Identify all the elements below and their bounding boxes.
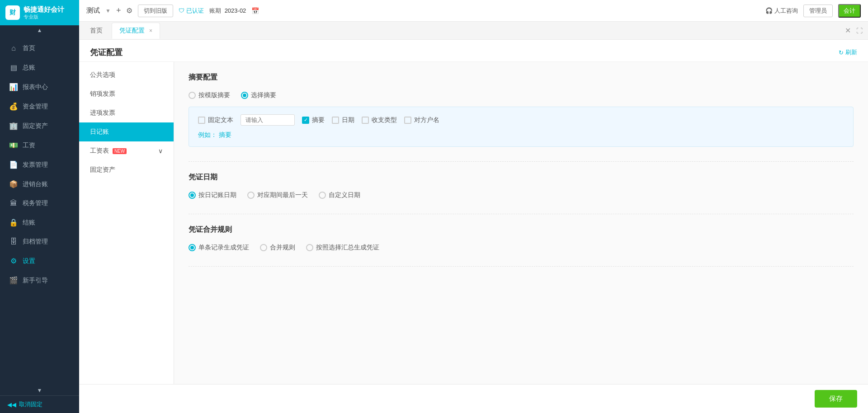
example-value: 摘要 xyxy=(219,131,231,138)
right-content: 摘要配置 按模版摘要 选择摘要 xyxy=(174,62,868,384)
summary-section-title: 摘要配置 xyxy=(189,73,854,82)
sidebar-item-label: 税务管理 xyxy=(23,199,48,207)
sidebar-item-ledger[interactable]: ▤ 总账 xyxy=(0,58,79,77)
radio-select-summary[interactable]: 选择摘要 xyxy=(241,91,276,99)
app-edition: 专业版 xyxy=(24,14,64,20)
sidebar: 财 畅捷通好会计 专业版 ▲ ⌂ 首页 ▤ 总账 📊 报表中心 💰 资金管理 🏢… xyxy=(0,0,79,413)
sidebar-item-label: 新手引导 xyxy=(23,277,48,285)
summary-config-box: 固定文本 摘要 日期 xyxy=(189,107,854,147)
settings-gear-icon[interactable]: ⚙ xyxy=(126,6,132,15)
certified-badge: 🛡 已认证 xyxy=(179,7,204,15)
user-button[interactable]: 管理员 xyxy=(803,5,833,17)
chevron-down-icon: ∨ xyxy=(158,147,163,155)
menu-item-public[interactable]: 公共选项 xyxy=(79,66,174,84)
sidebar-scroll-up[interactable]: ▲ xyxy=(0,25,79,35)
sidebar-item-label: 首页 xyxy=(23,44,35,52)
checkbox-date-box xyxy=(332,117,339,124)
refresh-icon: ↻ xyxy=(839,49,844,56)
support-button[interactable]: 🎧 人工咨询 xyxy=(765,7,798,15)
menu-item-label: 工资表 xyxy=(90,147,109,154)
calendar-icon[interactable]: 📅 xyxy=(251,7,259,14)
ledger-icon: ▤ xyxy=(9,63,18,72)
summary-section: 摘要配置 按模版摘要 选择摘要 xyxy=(189,73,854,147)
radio-aggregate[interactable]: 按照选择汇总生成凭证 xyxy=(306,244,379,252)
sidebar-item-trade[interactable]: 📦 进销台账 xyxy=(0,174,79,194)
refresh-label: 刷新 xyxy=(845,48,857,56)
sidebar-item-label: 总账 xyxy=(23,64,35,72)
save-button[interactable]: 保存 xyxy=(815,390,857,408)
radio-custom-date-circle xyxy=(319,192,326,199)
company-dropdown-icon[interactable]: ▼ xyxy=(105,8,111,14)
sidebar-item-settings[interactable]: ⚙ 设置 xyxy=(0,251,79,271)
refresh-button[interactable]: ↻ 刷新 xyxy=(839,48,857,56)
summary-radio-group: 按模版摘要 选择摘要 xyxy=(189,91,854,99)
support-label: 人工咨询 xyxy=(774,7,798,15)
sidebar-item-tax[interactable]: 🏛 税务管理 xyxy=(0,194,79,213)
checkbox-counterpart[interactable]: 对方户名 xyxy=(404,116,439,124)
radio-single-record[interactable]: 单条记录生成凭证 xyxy=(189,244,249,252)
add-company-button[interactable]: + xyxy=(116,6,121,15)
tab-voucher-config[interactable]: 凭证配置 × xyxy=(112,23,160,39)
sidebar-item-report[interactable]: 📊 报表中心 xyxy=(0,77,79,97)
asset-icon: 🏢 xyxy=(9,122,18,130)
menu-item-payroll[interactable]: 工资表 NEW ∨ xyxy=(79,141,174,160)
checkbox-income-type[interactable]: 收支类型 xyxy=(362,116,397,124)
period-label: 账期 2023-02 xyxy=(209,7,246,15)
cancel-pin-button[interactable]: ◀◀ 取消固定 xyxy=(0,395,79,413)
radio-diary-date[interactable]: 按日记账日期 xyxy=(189,191,236,199)
example-text: 例如： 摘要 xyxy=(198,131,844,139)
sidebar-item-label: 结账 xyxy=(23,219,35,227)
headset-icon: 🎧 xyxy=(765,7,773,14)
checkbox-summary[interactable]: 摘要 xyxy=(302,116,325,124)
sidebar-item-label: 资金管理 xyxy=(23,103,48,111)
window-expand-button[interactable]: ⛶ xyxy=(854,25,864,36)
divider-1 xyxy=(189,161,854,162)
switch-old-version-button[interactable]: 切到旧版 xyxy=(138,5,173,17)
menu-item-fixed-asset[interactable]: 固定资产 xyxy=(79,160,174,179)
radio-custom-date-label: 自定义日期 xyxy=(329,191,360,199)
menu-item-diary[interactable]: 日记账 xyxy=(79,122,174,141)
merge-section: 凭证合并规则 单条记录生成凭证 合并规则 按照选择汇总生成凭证 xyxy=(189,225,854,252)
company-name: 测试 xyxy=(86,6,100,15)
radio-template-summary[interactable]: 按模版摘要 xyxy=(189,91,230,99)
radio-last-day[interactable]: 对应期间最后一天 xyxy=(247,191,308,199)
role-button[interactable]: 会计 xyxy=(838,4,861,18)
window-close-button[interactable]: ✕ xyxy=(843,24,853,37)
sidebar-item-home[interactable]: ⌂ 首页 xyxy=(0,39,79,58)
checkbox-fixed-text[interactable]: 固定文本 xyxy=(198,116,233,124)
main-area: 测试 ▼ + ⚙ 切到旧版 🛡 已认证 账期 2023-02 📅 🎧 人工咨询 … xyxy=(79,0,868,413)
menu-item-purchase[interactable]: 进项发票 xyxy=(79,103,174,122)
shield-icon: 🛡 xyxy=(179,7,184,14)
date-section-title: 凭证日期 xyxy=(189,173,854,182)
radio-custom-date[interactable]: 自定义日期 xyxy=(319,191,360,199)
sidebar-item-label: 设置 xyxy=(23,257,35,265)
radio-select-circle xyxy=(241,92,248,99)
sidebar-item-label: 归档管理 xyxy=(23,238,48,246)
sidebar-item-guide[interactable]: 🎬 新手引导 xyxy=(0,271,79,290)
fixed-text-input[interactable] xyxy=(241,114,295,126)
radio-aggregate-circle xyxy=(306,244,313,251)
menu-item-label: 固定资产 xyxy=(90,166,115,173)
checkbox-fixed-text-box xyxy=(198,117,205,124)
sidebar-item-close[interactable]: 🔒 结账 xyxy=(0,213,79,232)
menu-item-label: 销项发票 xyxy=(90,90,115,97)
bottom-bar: 保存 xyxy=(79,384,868,413)
sidebar-item-invoice[interactable]: 📄 发票管理 xyxy=(0,155,79,174)
menu-item-label: 进项发票 xyxy=(90,109,115,116)
radio-merge-rule[interactable]: 合并规则 xyxy=(260,244,295,252)
sidebar-scroll-down[interactable]: ▼ xyxy=(0,385,79,395)
sidebar-item-payroll[interactable]: 💵 工资 xyxy=(0,136,79,155)
tab-home[interactable]: 首页 xyxy=(83,23,110,38)
sidebar-item-fund[interactable]: 💰 资金管理 xyxy=(0,97,79,116)
sidebar-item-label: 发票管理 xyxy=(23,161,48,169)
menu-item-sales[interactable]: 销项发票 xyxy=(79,84,174,103)
sidebar-item-asset[interactable]: 🏢 固定资产 xyxy=(0,116,79,136)
radio-template-label: 按模版摘要 xyxy=(198,91,230,99)
tab-close-icon[interactable]: × xyxy=(149,28,152,34)
checkbox-date[interactable]: 日期 xyxy=(332,116,354,124)
checkbox-counterpart-box xyxy=(404,117,411,124)
checkbox-fixed-text-label: 固定文本 xyxy=(208,116,233,124)
sidebar-item-archive[interactable]: 🗄 归档管理 xyxy=(0,232,79,251)
radio-single-label: 单条记录生成凭证 xyxy=(198,244,249,252)
invoice-icon: 📄 xyxy=(9,160,18,169)
